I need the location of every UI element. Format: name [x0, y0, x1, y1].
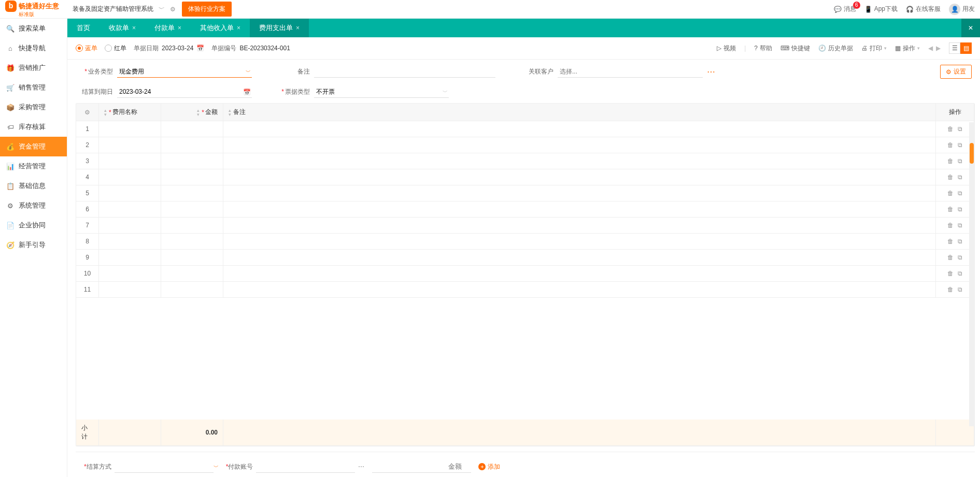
close-icon[interactable]: ×: [132, 24, 136, 32]
sidebar-item-2[interactable]: 🎁营销推广: [0, 58, 67, 78]
delete-icon[interactable]: 🗑: [947, 174, 954, 181]
settle-date-input[interactable]: [117, 86, 252, 98]
calendar-icon[interactable]: 📅: [243, 89, 251, 96]
more-icon[interactable]: ⋯: [707, 67, 716, 77]
table-settings-icon[interactable]: ⚙: [76, 104, 99, 121]
sidebar-item-3[interactable]: 🛒销售管理: [0, 78, 67, 97]
copy-icon[interactable]: ⧉: [958, 286, 962, 293]
history-link[interactable]: 🕘历史单据: [818, 44, 853, 53]
cell-remark[interactable]: [223, 218, 936, 234]
app-download-link[interactable]: 📱 App下载: [864, 5, 898, 13]
pay-account-select[interactable]: [256, 460, 355, 473]
messages-link[interactable]: 💬 消息 6: [834, 5, 856, 13]
delete-icon[interactable]: 🗑: [947, 270, 954, 277]
help-link[interactable]: ?帮助: [754, 44, 772, 53]
cell-expense[interactable]: [99, 185, 161, 201]
close-icon[interactable]: ×: [296, 24, 300, 32]
close-icon[interactable]: ×: [237, 24, 240, 32]
radio-red[interactable]: 红单: [105, 44, 126, 53]
cell-remark[interactable]: [223, 266, 936, 282]
delete-icon[interactable]: 🗑: [947, 206, 954, 213]
cell-expense[interactable]: [99, 282, 161, 298]
customer-input[interactable]: [558, 66, 703, 78]
delete-icon[interactable]: 🗑: [947, 125, 954, 133]
cell-amount[interactable]: [161, 185, 223, 201]
invoice-type-select[interactable]: [314, 86, 449, 98]
tabs-close-all[interactable]: ✕: [961, 19, 980, 37]
next-doc[interactable]: ▶: [936, 45, 941, 52]
delete-icon[interactable]: 🗑: [947, 157, 954, 165]
cell-amount[interactable]: [161, 137, 223, 153]
service-link[interactable]: 🎧 在线客服: [906, 5, 941, 13]
print-dropdown[interactable]: 🖨打印▾: [861, 44, 887, 53]
tab-0[interactable]: 首页: [67, 19, 100, 37]
col-amount[interactable]: ▴▾*金额: [161, 104, 223, 121]
cell-expense[interactable]: [99, 153, 161, 169]
cell-expense[interactable]: [99, 234, 161, 250]
cell-expense[interactable]: [99, 266, 161, 282]
remark-input[interactable]: [314, 66, 495, 78]
delete-icon[interactable]: 🗑: [947, 141, 954, 149]
cell-remark[interactable]: [223, 185, 936, 201]
cell-expense[interactable]: [99, 201, 161, 218]
copy-icon[interactable]: ⧉: [958, 238, 962, 245]
cell-remark[interactable]: [223, 169, 936, 185]
ops-dropdown[interactable]: ▦操作▾: [895, 44, 920, 53]
delete-icon[interactable]: 🗑: [947, 222, 954, 229]
close-icon[interactable]: ×: [178, 24, 181, 32]
copy-icon[interactable]: ⧉: [958, 141, 962, 149]
cell-remark[interactable]: [223, 234, 936, 250]
col-expense-name[interactable]: ▴▾*费用名称: [99, 104, 161, 121]
shortcut-link[interactable]: ⌨快捷键: [780, 44, 810, 53]
cell-amount[interactable]: [161, 153, 223, 169]
cell-amount[interactable]: [161, 266, 223, 282]
copy-icon[interactable]: ⧉: [958, 206, 962, 213]
biz-type-select[interactable]: [117, 66, 252, 78]
more-icon[interactable]: ⋯: [358, 463, 365, 470]
cell-amount[interactable]: [161, 218, 223, 234]
delete-icon[interactable]: 🗑: [947, 286, 954, 293]
sidebar-item-7[interactable]: 📊经营管理: [0, 156, 67, 176]
settings-button[interactable]: ⚙设置: [940, 65, 972, 79]
copy-icon[interactable]: ⧉: [958, 190, 962, 197]
prev-doc[interactable]: ◀: [928, 45, 933, 52]
cell-amount[interactable]: [161, 169, 223, 185]
cell-expense[interactable]: [99, 137, 161, 153]
tab-1[interactable]: 收款单×: [100, 19, 145, 37]
delete-icon[interactable]: 🗑: [947, 238, 954, 245]
scrollbar[interactable]: [969, 122, 974, 426]
radio-blue[interactable]: 蓝单: [76, 44, 97, 53]
add-button[interactable]: + 添加: [478, 462, 500, 471]
cell-expense[interactable]: [99, 169, 161, 185]
sidebar-item-9[interactable]: ⚙系统管理: [0, 196, 67, 215]
video-link[interactable]: ▷视频: [717, 44, 736, 53]
user-menu[interactable]: 👤 用友: [949, 4, 975, 15]
sidebar-item-11[interactable]: 🧭新手引导: [0, 235, 67, 255]
tab-3[interactable]: 其他收入单×: [191, 19, 250, 37]
view-list[interactable]: ☰: [949, 42, 960, 54]
cell-remark[interactable]: [223, 153, 936, 169]
system-selector[interactable]: 装备及固定资产辅助管理系统 ﹀ ⚙: [73, 5, 176, 13]
cell-amount[interactable]: [161, 250, 223, 266]
cell-expense[interactable]: [99, 218, 161, 234]
cell-remark[interactable]: [223, 282, 936, 298]
copy-icon[interactable]: ⧉: [958, 222, 962, 229]
cell-amount[interactable]: [161, 234, 223, 250]
tab-2[interactable]: 付款单×: [145, 19, 191, 37]
copy-icon[interactable]: ⧉: [958, 125, 962, 133]
copy-icon[interactable]: ⧉: [958, 254, 962, 261]
cell-expense[interactable]: [99, 121, 161, 137]
sidebar-item-0[interactable]: 🔍搜索菜单: [0, 19, 67, 38]
copy-icon[interactable]: ⧉: [958, 174, 962, 181]
copy-icon[interactable]: ⧉: [958, 270, 962, 277]
sidebar-item-1[interactable]: ⌂快捷导航: [0, 38, 67, 58]
cell-amount[interactable]: [161, 282, 223, 298]
sidebar-item-4[interactable]: 📦采购管理: [0, 97, 67, 117]
delete-icon[interactable]: 🗑: [947, 190, 954, 197]
sidebar-item-6[interactable]: 💰资金管理: [0, 137, 67, 156]
trial-button[interactable]: 体验行业方案: [182, 2, 232, 17]
view-detail[interactable]: ▤: [960, 42, 972, 54]
calendar-icon[interactable]: 📅: [196, 45, 204, 52]
copy-icon[interactable]: ⧉: [958, 157, 962, 165]
cell-remark[interactable]: [223, 121, 936, 137]
